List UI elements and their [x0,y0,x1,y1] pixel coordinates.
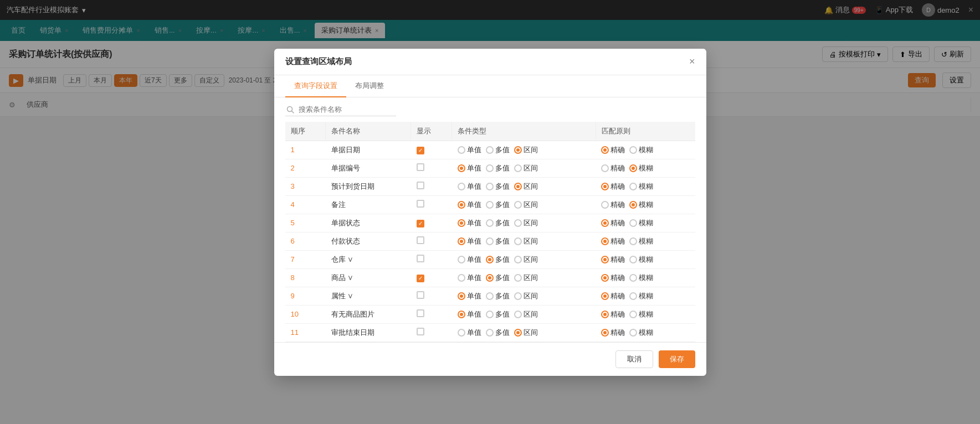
modal-dialog: 设置查询区域布局 × 查询字段设置 布局调整 [274,49,706,117]
search-input[interactable] [285,103,396,116]
modal-close-button[interactable]: × [689,56,695,66]
modal-overlay: 设置查询区域布局 × 查询字段设置 布局调整 [0,0,980,117]
svg-line-1 [291,111,294,113]
modal-tabs: 查询字段设置 布局调整 [274,75,706,97]
modal-header: 设置查询区域布局 × [274,49,706,75]
search-input-wrap [285,103,396,116]
modal-tab-field-settings[interactable]: 查询字段设置 [285,75,346,97]
modal-tab-field-settings-label: 查询字段设置 [294,81,337,90]
modal-tab-layout-adjust-label: 布局调整 [355,81,384,90]
search-icon [286,106,294,113]
modal-title: 设置查询区域布局 [285,56,352,67]
modal-tab-layout-adjust[interactable]: 布局调整 [346,75,393,97]
modal-search-area [274,97,706,117]
